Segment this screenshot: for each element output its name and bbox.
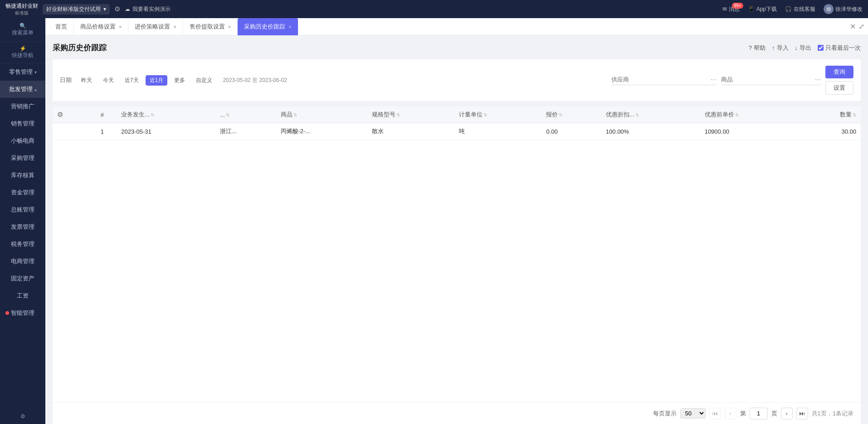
column-settings-icon[interactable]: ⚙ <box>57 111 63 118</box>
sort-icon9: ⇅ <box>853 112 856 117</box>
supplier-input[interactable] <box>632 76 708 83</box>
tab-history-price-close[interactable]: × <box>288 24 291 29</box>
main-layout: 🔍 搜索菜单 ⚡ 快捷导航 零售管理 ▾ 批发管理 ▴ 营销推广 销售管理 小畅… <box>0 18 868 424</box>
settings-icon[interactable]: ⚙ <box>114 5 120 13</box>
date-btn-last7[interactable]: 近7天 <box>121 75 143 86</box>
online-service-button[interactable]: 🎧 在线客服 <box>785 5 815 13</box>
sidebar-search[interactable]: 🔍 搜索菜单 <box>0 18 45 42</box>
sidebar-item-finance[interactable]: 资金管理 <box>0 184 45 201</box>
message-button[interactable]: ✉ 消息 99+ <box>722 5 740 13</box>
page-label: 第 <box>740 410 746 418</box>
date-btn-more[interactable]: 更多 <box>170 75 189 86</box>
sort-extra[interactable]: ...⇅ <box>220 111 229 118</box>
import-button[interactable]: ↑ 导入 <box>772 44 789 52</box>
settings-button[interactable]: 设置 <box>825 81 853 95</box>
th-pre-disc-price-label: 优惠前单价 <box>705 111 734 119</box>
tab-purchase-strategy[interactable]: 进价策略设置 × <box>128 18 183 35</box>
prev-page-button[interactable]: ‹ <box>725 408 736 419</box>
supplier-filter[interactable]: 供应商 ··· <box>611 76 717 85</box>
th-product-label: 商品 <box>281 111 293 119</box>
page-input[interactable] <box>750 408 768 419</box>
product-filter[interactable]: 商品 ··· <box>721 76 821 85</box>
sort-icon8: ⇅ <box>735 112 739 117</box>
product-input[interactable] <box>736 76 812 83</box>
sidebar-item-invoice[interactable]: 发票管理 <box>0 218 45 236</box>
sidebar-item-general-ledger[interactable]: 总账管理 <box>0 201 45 218</box>
next-page-button[interactable]: › <box>781 408 793 419</box>
last-page-button[interactable]: ⏭ <box>796 408 808 419</box>
cell-quote: 0.00 <box>541 123 601 140</box>
sidebar-item-payroll[interactable]: 工资 <box>0 287 45 304</box>
sidebar-item-tax[interactable]: 税务管理 <box>0 236 45 253</box>
sort-discount[interactable]: 优惠折扣...⇅ <box>606 111 639 119</box>
sort-pre-disc-price[interactable]: 优惠前单价⇅ <box>705 111 739 119</box>
user-menu-button[interactable]: 徐 徐泽华修改 <box>824 4 863 14</box>
table-container: ⚙ # 业务发生...⇅ ...⇅ 商品⇅ 规格型号⇅ 计量单位⇅ 报价⇅ 优惠… <box>53 106 861 402</box>
tab-home[interactable]: 首页 <box>49 18 74 35</box>
avatar: 徐 <box>824 4 834 14</box>
sidebar-item-retail[interactable]: 零售管理 ▾ <box>0 63 45 81</box>
import-label: 导入 <box>777 44 789 52</box>
supplier-more-icon[interactable]: ··· <box>711 76 717 84</box>
version-select[interactable]: 好业财标准版交付试用 ▾ <box>43 4 110 14</box>
cell-discount: 100.00% <box>601 123 700 140</box>
sidebar-item-sales[interactable]: 销售管理 <box>0 115 45 132</box>
sort-spec[interactable]: 规格型号⇅ <box>372 111 400 119</box>
cell-extra: 浙江... <box>215 123 276 140</box>
tab-price[interactable]: 商品价格设置 × <box>74 18 128 35</box>
sidebar: 🔍 搜索菜单 ⚡ 快捷导航 零售管理 ▾ 批发管理 ▴ 营销推广 销售管理 小畅… <box>0 18 45 424</box>
tab-purchase-strategy-close[interactable]: × <box>173 24 176 29</box>
headset-icon: 🎧 <box>785 6 792 12</box>
export-button[interactable]: ↓ 导出 <box>795 44 812 52</box>
date-btn-last1m[interactable]: 近1月 <box>146 75 168 86</box>
chevron-up-icon: ▴ <box>34 87 37 92</box>
sidebar-item-purchase[interactable]: 采购管理 <box>0 149 45 167</box>
product-more-icon[interactable]: ··· <box>815 76 821 84</box>
sidebar-item-smart[interactable]: 智能管理 <box>0 304 45 322</box>
sidebar-item-ecommerce-small[interactable]: 小畅电商 <box>0 132 45 149</box>
cell-unit: 吨 <box>454 123 541 140</box>
date-btn-today[interactable]: 今天 <box>99 75 118 86</box>
th-unit: 计量单位⇅ <box>454 106 541 123</box>
sidebar-item-ecommerce[interactable]: 电商管理 <box>0 253 45 270</box>
tabbar-close-button[interactable]: ✕ <box>850 22 856 31</box>
sort-icon3: ⇅ <box>293 112 297 117</box>
query-button[interactable]: 查询 <box>825 66 853 78</box>
topbar: 畅捷通好业财 标准版 好业财标准版交付试用 ▾ ⚙ ☁ 我要看实例演示 ✉ 消息… <box>0 0 868 18</box>
demo-link[interactable]: ☁ 我要看实例演示 <box>125 5 171 13</box>
tab-history-price[interactable]: 采购历史价跟踪 × <box>238 18 298 35</box>
tab-price-close[interactable]: × <box>119 24 122 29</box>
th-extra-label: ... <box>220 111 225 118</box>
sidebar-settings-button[interactable]: ⚙ <box>0 409 45 424</box>
sort-icon: ⇅ <box>151 112 154 117</box>
only-last-checkbox-item[interactable]: 只看最后一次 <box>818 44 861 52</box>
sidebar-item-marketing[interactable]: 营销推广 <box>0 98 45 115</box>
sidebar-quick-nav[interactable]: ⚡ 快捷导航 <box>0 42 45 63</box>
app-download-button[interactable]: 📱 App下载 <box>748 5 777 13</box>
only-last-checkbox[interactable] <box>818 45 824 51</box>
sort-unit[interactable]: 计量单位⇅ <box>459 111 487 119</box>
cell-quantity: 30.00 <box>801 123 861 140</box>
date-btn-custom[interactable]: 自定义 <box>192 75 216 86</box>
date-btn-yesterday[interactable]: 昨天 <box>77 75 96 86</box>
th-pre-disc-price: 优惠前单价⇅ <box>700 106 801 123</box>
help-button[interactable]: ? 帮助 <box>749 44 766 52</box>
sidebar-item-inventory[interactable]: 库存核算 <box>0 167 45 184</box>
page-actions: ? 帮助 ↑ 导入 ↓ 导出 只看最后一次 <box>749 44 861 52</box>
sort-quote[interactable]: 报价⇅ <box>546 111 562 119</box>
sidebar-item-fixed-assets[interactable]: 固定资产 <box>0 270 45 287</box>
tab-sale-strategy[interactable]: 售价提取设置 × <box>183 18 238 35</box>
sort-biz-date[interactable]: 业务发生...⇅ <box>121 111 154 119</box>
tabbar-expand-button[interactable]: ⤢ <box>858 22 864 31</box>
filter-row: 日期 昨天 今天 近7天 近1月 更多 自定义 2023-05-02 至 202… <box>60 66 853 95</box>
sort-product[interactable]: 商品⇅ <box>281 111 297 119</box>
tab-sale-strategy-close[interactable]: × <box>228 24 231 29</box>
per-page-select[interactable]: 50 20 100 200 <box>680 408 706 419</box>
sort-quantity[interactable]: 数量⇅ <box>840 111 856 119</box>
th-quote: 报价⇅ <box>541 106 601 123</box>
sidebar-item-wholesale[interactable]: 批发管理 ▴ <box>0 81 45 98</box>
notification-dot <box>5 311 9 315</box>
supplier-filter-label: 供应商 <box>611 76 629 84</box>
sidebar-item-general-ledger-label: 总账管理 <box>11 206 34 214</box>
first-page-button[interactable]: ⏮ <box>709 408 721 419</box>
